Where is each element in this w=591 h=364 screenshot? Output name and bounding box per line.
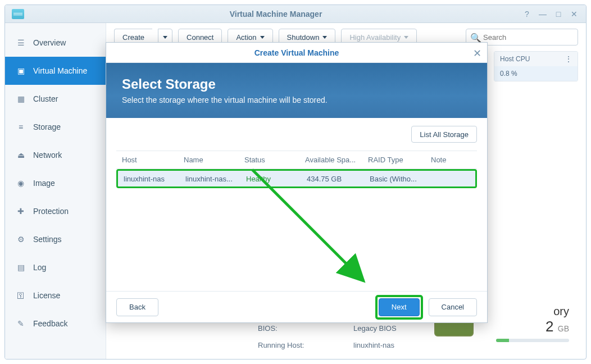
next-highlight: Next	[375, 295, 423, 320]
minimize-icon[interactable]: —	[538, 9, 548, 19]
close-icon[interactable]: ✕	[569, 9, 579, 19]
sidebar-item-protection[interactable]: ✚Protection	[5, 197, 106, 225]
ha-label: High Availability	[349, 33, 401, 42]
overview-icon: ☰	[15, 37, 26, 48]
col-status[interactable]: Status	[239, 156, 299, 164]
cancel-button[interactable]: Cancel	[429, 298, 477, 316]
vm-icon: ▣	[15, 65, 26, 76]
sidebar-item-storage[interactable]: ≡Storage	[5, 113, 106, 141]
cell-status: Healthy	[240, 175, 301, 183]
col-raid[interactable]: RAID Type	[362, 156, 425, 164]
annotation-arrow	[106, 118, 487, 291]
titlebar: Virtual Machine Manager ? — □ ✕	[5, 5, 586, 23]
maximize-icon[interactable]: □	[553, 9, 563, 19]
col-note[interactable]: Note	[425, 156, 477, 164]
key-icon: ⚿	[15, 290, 26, 301]
sidebar-item-label: Feedback	[33, 319, 67, 328]
cell-space: 434.75 GB	[301, 175, 364, 183]
running-host-label: Running Host:	[258, 341, 353, 349]
memory-bar	[496, 339, 569, 342]
memory-card: ory 2 GB	[496, 305, 569, 342]
storage-icon: ≡	[15, 121, 26, 133]
sidebar-item-label: Log	[33, 263, 46, 272]
dialog-footer: Back Next Cancel	[106, 291, 487, 322]
running-host-value: linuxhint-nas	[353, 341, 394, 349]
cell-name: linuxhint-nas...	[180, 175, 240, 183]
sidebar-item-settings[interactable]: ⚙Settings	[5, 225, 106, 253]
table-header: Host Name Status Available Spa... RAID T…	[116, 151, 477, 169]
image-icon: ◉	[15, 178, 26, 189]
sidebar-item-label: Settings	[33, 235, 62, 244]
dialog-content: List All Storage Host Name Status Availa…	[106, 118, 487, 291]
feedback-icon: ✎	[15, 318, 26, 329]
host-cpu-panel: Host CPU⋮ 0.8 %	[494, 51, 578, 81]
chevron-down-icon	[163, 36, 167, 39]
memory-title: ory	[496, 305, 569, 318]
gear-icon: ⚙	[15, 234, 26, 245]
sidebar-item-label: Overview	[33, 38, 66, 47]
sidebar-item-cluster[interactable]: ▦Cluster	[5, 85, 106, 113]
dialog-titlebar: Create Virtual Machine ✕	[106, 43, 487, 63]
network-icon: ⏏	[15, 149, 26, 161]
list-all-storage-button[interactable]: List All Storage	[411, 126, 477, 143]
window-title: Virtual Machine Manager	[30, 10, 522, 19]
shutdown-label: Shutdown	[287, 33, 320, 42]
dialog-heading: Select Storage	[122, 76, 471, 92]
dialog-title: Create Virtual Machine	[254, 48, 339, 57]
col-host[interactable]: Host	[116, 156, 178, 164]
sidebar-item-label: License	[33, 291, 60, 300]
sidebar-item-label: Storage	[33, 122, 61, 131]
create-vm-dialog: Create Virtual Machine ✕ Select Storage …	[106, 42, 488, 323]
memory-value: 2 GB	[496, 318, 569, 335]
next-button[interactable]: Next	[379, 298, 420, 316]
sidebar-item-feedback[interactable]: ✎Feedback	[5, 310, 106, 338]
dialog-hero: Select Storage Select the storage where …	[106, 63, 487, 118]
sidebar-item-label: Image	[33, 179, 55, 188]
chevron-down-icon	[404, 36, 408, 39]
cell-raid: Basic (Witho...	[364, 175, 427, 183]
host-cpu-value: 0.8 %	[494, 66, 578, 81]
sidebar-item-label: Protection	[33, 207, 69, 216]
sidebar-item-label: Cluster	[33, 94, 58, 103]
app-icon	[12, 9, 24, 19]
dialog-subheading: Select the storage where the virtual mac…	[122, 95, 471, 104]
protection-icon: ✚	[15, 206, 26, 217]
sidebar: ☰Overview ▣Virtual Machine ▦Cluster ≡Sto…	[5, 23, 106, 359]
host-cpu-header: Host CPU⋮	[494, 52, 578, 66]
chevron-down-icon	[322, 36, 327, 39]
sidebar-item-label: Network	[33, 151, 62, 160]
log-icon: ▤	[15, 262, 26, 273]
bios-label: BIOS:	[258, 324, 353, 333]
col-space[interactable]: Available Spa...	[299, 156, 362, 164]
action-label: Action	[236, 33, 256, 42]
sidebar-item-virtual-machine[interactable]: ▣Virtual Machine	[5, 57, 106, 85]
sidebar-item-license[interactable]: ⚿License	[5, 281, 106, 310]
sidebar-item-network[interactable]: ⏏Network	[5, 141, 106, 169]
cluster-icon: ▦	[15, 93, 26, 104]
host-cpu-label: Host CPU	[500, 55, 530, 63]
detail-block: BIOS:Legacy BIOS Running Host:linuxhint-…	[258, 320, 397, 353]
bios-value: Legacy BIOS	[353, 324, 397, 333]
cell-host: linuxhint-nas	[118, 175, 180, 183]
sidebar-item-overview[interactable]: ☰Overview	[5, 29, 106, 57]
table-row[interactable]: linuxhint-nas linuxhint-nas... Healthy 4…	[116, 169, 477, 188]
chevron-down-icon	[260, 36, 265, 39]
sidebar-item-label: Virtual Machine	[33, 66, 87, 75]
help-icon[interactable]: ?	[522, 9, 532, 19]
window-controls: ? — □ ✕	[522, 9, 579, 19]
menu-dots-icon[interactable]: ⋮	[565, 55, 572, 63]
col-name[interactable]: Name	[178, 156, 239, 164]
storage-table: Host Name Status Available Spa... RAID T…	[116, 151, 477, 188]
back-button[interactable]: Back	[116, 298, 158, 316]
dialog-close-icon[interactable]: ✕	[473, 47, 481, 60]
sidebar-item-log[interactable]: ▤Log	[5, 253, 106, 281]
sidebar-item-image[interactable]: ◉Image	[5, 169, 106, 197]
